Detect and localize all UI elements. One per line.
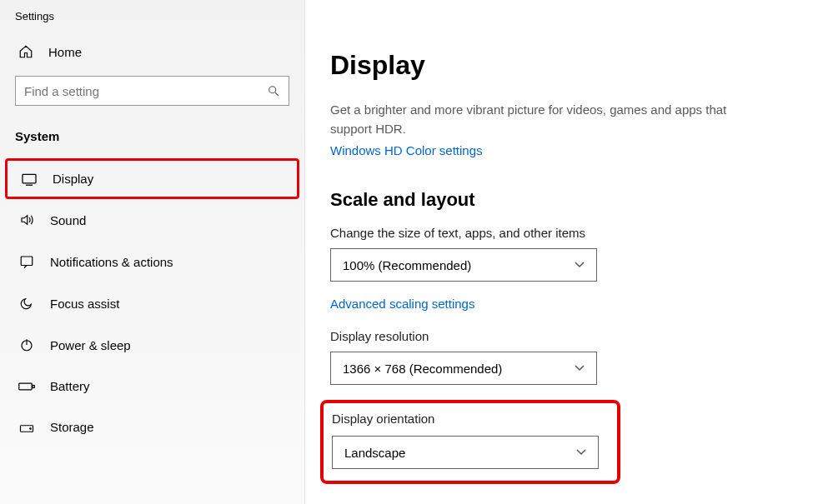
scale-value: 100% (Recommended) xyxy=(343,258,471,272)
search-field[interactable] xyxy=(24,84,267,98)
resolution-value: 1366 × 768 (Recommended) xyxy=(343,362,502,376)
svg-rect-8 xyxy=(33,385,34,387)
orientation-value: Landscape xyxy=(344,446,405,460)
search-icon xyxy=(267,84,280,97)
sidebar-item-sound[interactable]: Sound xyxy=(0,199,304,241)
svg-rect-7 xyxy=(19,383,32,390)
scale-label: Change the size of text, apps, and other… xyxy=(330,226,813,240)
svg-line-1 xyxy=(275,92,279,96)
sidebar-item-battery[interactable]: Battery xyxy=(0,366,304,407)
sidebar-item-notifications[interactable]: Notifications & actions xyxy=(0,241,304,282)
sidebar-item-label: Focus assist xyxy=(50,297,119,311)
orientation-dropdown[interactable]: Landscape xyxy=(332,436,599,469)
storage-icon xyxy=(18,421,35,434)
category-label: System xyxy=(0,129,304,158)
sidebar-item-storage[interactable]: Storage xyxy=(0,407,304,447)
svg-point-0 xyxy=(269,87,276,93)
hdr-link[interactable]: Windows HD Color settings xyxy=(330,143,483,157)
focus-icon xyxy=(18,296,35,311)
home-icon xyxy=(18,44,33,59)
svg-rect-2 xyxy=(23,174,36,182)
battery-icon xyxy=(18,381,35,392)
scale-heading: Scale and layout xyxy=(330,189,813,211)
home-nav[interactable]: Home xyxy=(0,31,304,76)
sidebar-item-label: Sound xyxy=(50,213,86,227)
sidebar-item-power[interactable]: Power & sleep xyxy=(0,324,304,366)
svg-point-10 xyxy=(30,427,32,429)
scale-dropdown[interactable]: 100% (Recommended) xyxy=(330,248,597,282)
orientation-highlight: Display orientation Landscape xyxy=(320,400,620,484)
sidebar-item-label: Storage xyxy=(50,420,94,434)
sidebar-item-label: Battery xyxy=(50,379,90,393)
orientation-label: Display orientation xyxy=(332,412,609,426)
chevron-down-icon xyxy=(575,365,585,372)
svg-rect-4 xyxy=(21,257,33,266)
advanced-scaling-link[interactable]: Advanced scaling settings xyxy=(330,297,474,311)
sidebar-item-label: Notifications & actions xyxy=(50,255,173,269)
sidebar-item-label: Display xyxy=(53,172,93,186)
display-icon xyxy=(21,172,38,186)
chevron-down-icon xyxy=(576,449,586,456)
page-title: Display xyxy=(330,50,813,81)
sidebar-item-label: Power & sleep xyxy=(50,338,131,352)
resolution-label: Display resolution xyxy=(330,329,813,343)
chevron-down-icon xyxy=(575,262,585,268)
hdr-description: Get a brighter and more vibrant picture … xyxy=(330,101,764,138)
resolution-dropdown[interactable]: 1366 × 768 (Recommended) xyxy=(330,352,597,385)
notifications-icon xyxy=(18,254,35,269)
home-label: Home xyxy=(48,45,82,59)
app-title: Settings xyxy=(0,0,304,31)
search-input[interactable] xyxy=(15,76,289,106)
content-area: Display Get a brighter and more vibrant … xyxy=(304,0,813,504)
sound-icon xyxy=(18,212,35,227)
sidebar-item-display[interactable]: Display xyxy=(5,158,299,199)
sidebar: Settings Home System Display Sound Notif… xyxy=(0,0,304,504)
sidebar-item-focus[interactable]: Focus assist xyxy=(0,282,304,324)
power-icon xyxy=(18,337,35,352)
